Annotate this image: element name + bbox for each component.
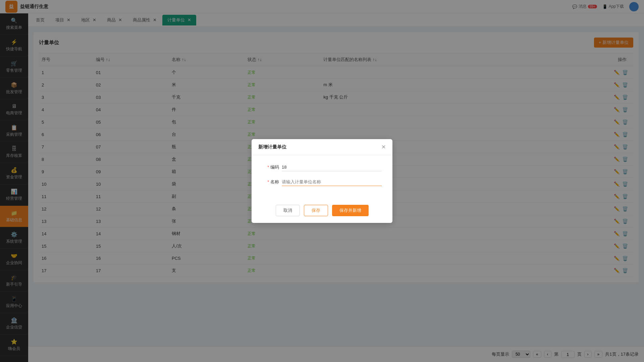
name-input[interactable] <box>282 178 382 186</box>
code-input[interactable] <box>282 163 382 171</box>
code-required: * <box>267 165 269 170</box>
modal-close-btn[interactable]: ✕ <box>381 144 386 150</box>
add-unit-modal: 新增计量单位 ✕ * 编码 * 名称 取消 保存 保存并新增 <box>252 139 392 223</box>
modal-title: 新增计量单位 <box>258 144 286 150</box>
modal-overlay: 新增计量单位 ✕ * 编码 * 名称 取消 保存 保存并新增 <box>0 0 644 362</box>
name-label: * 名称 <box>262 179 279 185</box>
name-form-row: * 名称 <box>262 178 382 186</box>
code-label: * 编码 <box>262 164 279 170</box>
modal-header: 新增计量单位 ✕ <box>252 139 392 155</box>
modal-body: * 编码 * 名称 <box>252 155 392 201</box>
code-form-row: * 编码 <box>262 163 382 171</box>
cancel-button[interactable]: 取消 <box>276 205 300 216</box>
name-required: * <box>267 179 269 184</box>
modal-footer: 取消 保存 保存并新增 <box>252 201 392 223</box>
save-new-button[interactable]: 保存并新增 <box>332 205 369 216</box>
save-button[interactable]: 保存 <box>304 205 328 216</box>
